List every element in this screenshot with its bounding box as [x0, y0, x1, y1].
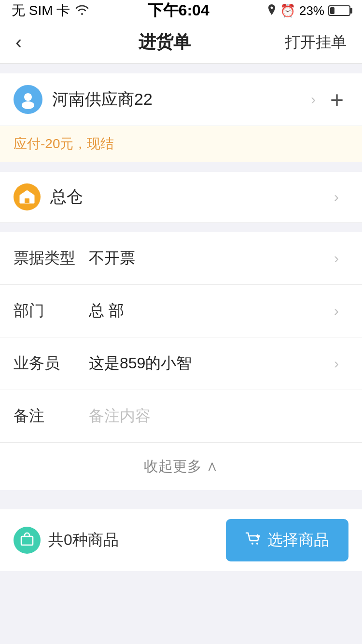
warehouse-icon	[14, 183, 41, 210]
supplier-section: 河南供应商22 › + 应付-20元，现结	[0, 73, 362, 162]
select-product-icon	[245, 532, 262, 549]
ticket-type-value: 不开票	[89, 248, 334, 269]
open-pending-button[interactable]: 打开挂单	[285, 32, 347, 53]
status-bar: 无 SIM 卡 下午6:04 ⏰ 23%	[0, 0, 362, 21]
remark-label: 备注	[14, 406, 81, 427]
section-divider-3	[0, 223, 362, 232]
salesperson-row[interactable]: 业务员 这是859的小智 ›	[0, 337, 362, 390]
form-section: 票据类型 不开票 › 部门 总 部 › 业务员 这是859的小智 › 备注 备注…	[0, 232, 362, 490]
status-left: 无 SIM 卡	[12, 1, 89, 20]
bottom-bar: 共0种商品 选择商品	[0, 509, 362, 571]
remark-row[interactable]: 备注 备注内容	[0, 390, 362, 443]
back-button[interactable]: ‹	[15, 31, 44, 53]
salesperson-label: 业务员	[14, 353, 81, 374]
svg-point-0	[24, 93, 32, 101]
notice-bar: 应付-20元，现结	[0, 126, 362, 162]
department-row[interactable]: 部门 总 部 ›	[0, 285, 362, 337]
ticket-type-label: 票据类型	[14, 248, 81, 269]
warehouse-name: 总仓	[50, 186, 334, 208]
status-time: 下午6:04	[148, 0, 209, 21]
location-icon	[267, 3, 276, 18]
carrier-label: 无 SIM 卡	[12, 1, 70, 20]
notice-text: 应付-20元，现结	[14, 136, 114, 151]
supplier-chevron-icon: ›	[311, 91, 316, 108]
wifi-icon	[75, 3, 89, 18]
salesperson-value: 这是859的小智	[89, 353, 334, 374]
select-product-button[interactable]: 选择商品	[226, 519, 348, 561]
salesperson-chevron-icon: ›	[334, 355, 339, 372]
department-label: 部门	[14, 300, 81, 322]
product-count-text: 共0种商品	[48, 530, 119, 551]
supplier-avatar	[14, 85, 42, 114]
add-supplier-button[interactable]: +	[325, 86, 348, 113]
svg-point-1	[22, 101, 34, 109]
warehouse-row[interactable]: 总仓 ›	[0, 172, 362, 223]
status-right: ⏰ 23%	[267, 3, 350, 18]
remark-input[interactable]: 备注内容	[89, 406, 348, 427]
section-divider-4	[0, 490, 362, 500]
battery-icon	[328, 5, 350, 16]
department-chevron-icon: ›	[334, 303, 339, 319]
supplier-name: 河南供应商22	[52, 88, 311, 111]
collapse-button[interactable]: 收起更多 ∧	[0, 443, 362, 490]
collapse-label: 收起更多 ∧	[144, 458, 218, 474]
svg-rect-2	[25, 198, 29, 203]
ticket-type-chevron-icon: ›	[334, 250, 339, 266]
svg-point-5	[256, 543, 258, 545]
department-value: 总 部	[89, 300, 334, 322]
main-content: 河南供应商22 › + 应付-20元，现结 总仓 ›	[0, 64, 362, 644]
nav-bar: ‹ 进货单 打开挂单	[0, 21, 362, 64]
warehouse-chevron-icon: ›	[334, 189, 339, 205]
battery-text: 23%	[299, 3, 324, 18]
supplier-row[interactable]: 河南供应商22 › +	[0, 73, 362, 126]
section-divider-top	[0, 64, 362, 73]
svg-rect-3	[21, 536, 33, 545]
select-product-label: 选择商品	[267, 530, 329, 551]
section-divider-2	[0, 162, 362, 172]
page-title: 进货单	[44, 30, 285, 54]
svg-point-4	[251, 543, 253, 545]
warehouse-section: 总仓 ›	[0, 172, 362, 223]
product-icon	[14, 527, 41, 554]
alarm-icon: ⏰	[280, 3, 295, 18]
product-count-wrap: 共0种商品	[14, 527, 119, 554]
ticket-type-row[interactable]: 票据类型 不开票 ›	[0, 232, 362, 285]
